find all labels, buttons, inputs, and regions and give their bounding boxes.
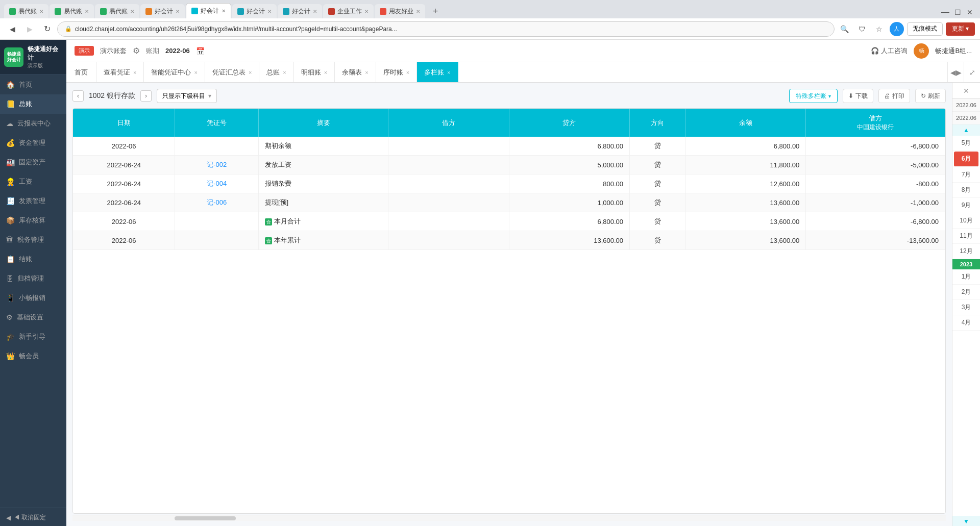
tab-haokuaiji-1[interactable]: 好会计 ✕ — [140, 4, 185, 18]
browser-max-btn[interactable]: ☐ — [951, 6, 964, 18]
no-trace-mode-btn[interactable]: 无痕模式 — [907, 22, 943, 36]
tab-close-icon[interactable]: ✕ — [313, 9, 317, 14]
cell-voucher[interactable]: 记-006 — [175, 193, 259, 212]
new-tab-btn[interactable]: + — [428, 4, 443, 18]
month-item-12[interactable]: 12月 — [952, 244, 980, 259]
page-tab-home[interactable]: 首页 — [66, 62, 96, 83]
page-tab-voucher-view[interactable]: 查看凭证 × — [96, 62, 144, 83]
sidebar-item-fund[interactable]: 💰 资金管理 — [0, 133, 66, 153]
browser-min-btn[interactable]: — — [939, 6, 951, 18]
sidebar-item-salary[interactable]: 👷 工资 — [0, 172, 66, 191]
month-item-4-2023[interactable]: 4月 — [952, 315, 980, 331]
page-tab-general-ledger[interactable]: 总账 × — [259, 62, 293, 83]
tab-haokuaiji-active[interactable]: 好会计 ✕ — [186, 3, 231, 18]
tab-close-icon[interactable]: × — [365, 69, 368, 76]
sidebar-item-archive[interactable]: 🗄 归档管理 — [0, 269, 66, 288]
tab-close-icon[interactable]: × — [324, 69, 327, 76]
tab-close-icon[interactable]: ✕ — [39, 9, 43, 14]
page-tab-sequence-ledger[interactable]: 序时账 × — [376, 62, 417, 83]
update-btn[interactable]: 更新 ▾ — [946, 22, 975, 36]
assets-icon: 🏭 — [6, 158, 15, 166]
month-item-8[interactable]: 8月 — [952, 183, 980, 198]
tab-yidazhang-3[interactable]: 易代账 ✕ — [95, 4, 139, 18]
tab-close-icon[interactable]: ✕ — [222, 8, 226, 14]
address-input[interactable]: 🔒 cloud2.chanjet.com/accounting/uh26t264… — [57, 21, 835, 37]
sub-account-filter[interactable]: 只显示下级科目 ▾ — [157, 89, 217, 103]
cell-voucher[interactable]: 记-004 — [175, 174, 259, 193]
bottom-scrollbar[interactable] — [72, 515, 946, 521]
calendar-icon[interactable]: 📅 — [196, 47, 205, 55]
month-item-1-2023[interactable]: 1月 — [952, 269, 980, 285]
month-item-11[interactable]: 11月 — [952, 229, 980, 244]
sidebar-item-tax[interactable]: 🏛 税务管理 — [0, 230, 66, 249]
sidebar-item-label: 结账 — [19, 255, 32, 264]
download-btn[interactable]: ⬇ 下载 — [843, 89, 873, 103]
forward-btn[interactable]: ▶ — [22, 22, 37, 36]
tab-close-icon[interactable]: ✕ — [130, 9, 134, 14]
tab-yidazhang-1[interactable]: 易代账 ✕ — [4, 4, 48, 18]
page-tab-multi-col-ledger[interactable]: 多栏账 × — [417, 62, 458, 83]
sidebar-item-assets[interactable]: 🏭 固定资产 — [0, 153, 66, 172]
tab-close-icon[interactable]: × — [249, 69, 252, 76]
page-tab-smart-voucher[interactable]: 智能凭证中心 × — [144, 62, 205, 83]
scroll-down-btn[interactable]: ▼ — [952, 516, 980, 526]
tab-close-icon[interactable]: ✕ — [364, 9, 369, 14]
tab-close-icon[interactable]: × — [194, 69, 197, 76]
tab-yonyou[interactable]: 用友好业 ✕ — [375, 4, 425, 18]
scroll-up-btn[interactable]: ▲ — [952, 124, 980, 136]
sidebar-item-ledger[interactable]: 📒 总账 — [0, 94, 66, 114]
tab-expand-btn[interactable]: ⤢ — [964, 62, 980, 83]
month-item-3-2023[interactable]: 3月 — [952, 300, 980, 315]
account-nav-next[interactable]: › — [140, 90, 152, 102]
sidebar-footer-pin[interactable]: ◀ ◀ 取消固定 — [0, 508, 66, 526]
sidebar-item-expense[interactable]: 📱 小畅报销 — [0, 288, 66, 308]
sidebar-item-settings[interactable]: ⚙ 基础设置 — [0, 308, 66, 327]
settings-gear-icon[interactable]: ⚙ — [133, 46, 140, 56]
reload-btn[interactable]: ↻ — [40, 22, 54, 36]
scroll-thumb[interactable] — [175, 516, 236, 520]
month-item-9[interactable]: 9月 — [952, 198, 980, 213]
tab-close-icon[interactable]: × — [133, 69, 136, 76]
sidebar-item-guide[interactable]: 🎓 新手引导 — [0, 327, 66, 346]
month-item-5[interactable]: 5月 — [952, 136, 980, 151]
sidebar-item-home[interactable]: 🏠 首页 — [0, 75, 66, 94]
tab-close-icon[interactable]: × — [406, 69, 409, 76]
browser-profile-btn[interactable]: 人 — [890, 22, 904, 36]
shield-icon[interactable]: 🛡 — [855, 22, 869, 36]
back-btn[interactable]: ◀ — [5, 22, 19, 36]
sidebar-item-invoice[interactable]: 🧾 发票管理 — [0, 191, 66, 211]
sidebar-item-cloud-report[interactable]: ☁ 云报表中心 — [0, 114, 66, 133]
month-item-2-2023[interactable]: 2月 — [952, 285, 980, 300]
page-tab-voucher-summary[interactable]: 凭证汇总表 × — [205, 62, 259, 83]
tab-close-icon[interactable]: ✕ — [85, 9, 89, 14]
print-btn[interactable]: 🖨 打印 — [878, 89, 910, 103]
tab-enterprise[interactable]: 企业工作 ✕ — [323, 4, 374, 18]
refresh-btn[interactable]: ↻ 刷新 — [915, 89, 946, 103]
tab-close-icon[interactable]: ✕ — [176, 9, 180, 14]
page-tab-balance-sheet[interactable]: 余额表 × — [335, 62, 376, 83]
browser-close-btn[interactable]: ✕ — [964, 6, 976, 18]
tab-close-icon[interactable]: ✕ — [267, 9, 272, 14]
star-icon[interactable]: ☆ — [872, 22, 887, 36]
sidebar-item-member[interactable]: 👑 畅会员 — [0, 346, 66, 366]
sidebar-item-closing[interactable]: 📋 结账 — [0, 249, 66, 269]
page-tab-detail-ledger[interactable]: 明细账 × — [294, 62, 335, 83]
search-icon[interactable]: 🔍 — [838, 22, 852, 36]
tab-haokuaiji-2[interactable]: 好会计 ✕ — [232, 4, 277, 18]
cell-voucher[interactable]: 记-002 — [175, 156, 259, 174]
tab-close-icon[interactable]: ✕ — [416, 9, 420, 14]
sidebar-item-inventory[interactable]: 📦 库存核算 — [0, 211, 66, 230]
tab-yidazhang-2[interactable]: 易代账 ✕ — [50, 4, 94, 18]
tab-close-icon[interactable]: × — [447, 69, 450, 76]
tab-close-icon[interactable]: × — [283, 69, 286, 76]
special-multi-col-btn[interactable]: 特殊多栏账 ▾ — [789, 89, 838, 103]
month-item-6[interactable]: 6月 — [954, 152, 978, 167]
month-item-7[interactable]: 7月 — [952, 167, 980, 183]
tab-haokuaiji-3[interactable]: 好会计 ✕ — [278, 4, 322, 18]
consult-btn[interactable]: 🎧 人工咨询 — [871, 46, 908, 56]
account-nav-prev[interactable]: ‹ — [72, 90, 84, 102]
tab-collapse-btn[interactable]: ◀▶ — [947, 62, 964, 83]
month-item-10[interactable]: 10月 — [952, 213, 980, 229]
panel-close-btn[interactable]: ✕ — [952, 83, 980, 99]
user-avatar[interactable]: 畅 — [914, 43, 929, 59]
